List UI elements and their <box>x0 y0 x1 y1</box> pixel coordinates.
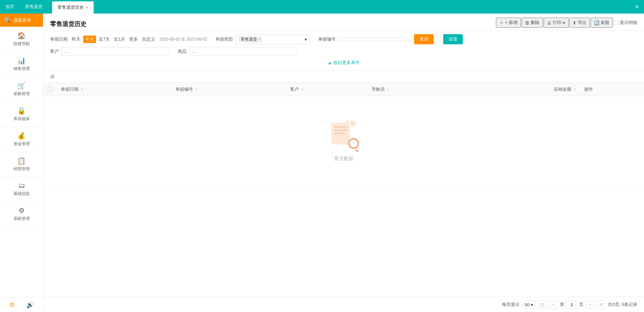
sidebar-search-label: 搜索菜单 <box>14 17 31 23</box>
doc-no-input[interactable] <box>338 38 406 41</box>
search-icon: 🔍 <box>4 17 11 23</box>
sidebar-bottom: ⚙ 🔊 <box>0 297 43 312</box>
tab-retail-return-label: 零售退货 <box>25 4 43 10</box>
page-prev-button[interactable]: ‹ <box>549 300 557 309</box>
delete-button[interactable]: 🗑 删除 <box>522 18 543 28</box>
sound-icon[interactable]: 🔊 <box>26 301 34 309</box>
date-range: 2023-06-02 至 2023-06-02 <box>159 37 207 42</box>
page-next-button[interactable]: › <box>586 300 594 309</box>
page-number-input[interactable]: 1 <box>566 301 578 309</box>
display-detail-toggle[interactable]: 显示明细 <box>614 20 637 26</box>
sort-doc-date-icon[interactable]: ⇕ <box>80 88 83 91</box>
home-icon: 🏠 <box>17 31 26 40</box>
doc-type-tag-close[interactable]: × <box>258 37 260 41</box>
sidebar-item-basic-info[interactable]: 🗂 基础信息 <box>0 177 43 202</box>
doc-line-2 <box>334 130 347 131</box>
collapse-button[interactable]: ▲ 收起更多条件 <box>50 58 637 67</box>
select-all-checkbox[interactable] <box>48 87 52 91</box>
settings-icon[interactable]: ⚙ <box>9 301 15 309</box>
tab-retail-return-history[interactable]: 零售退货历史 × <box>52 1 93 14</box>
doc-type-tag: 零售退货 × <box>239 36 262 43</box>
new-button[interactable]: ＋ + 新增 <box>496 18 521 28</box>
data-table: 单据日期 ⇕ 单据编号 ⇕ 客户 ⇕ <box>43 83 644 186</box>
refresh-label: 刷新 <box>601 20 610 26</box>
query-button[interactable]: 查询 <box>414 34 434 44</box>
print-button[interactable]: 🖨 打印 ▾ <box>544 18 569 28</box>
th-doc-no-label: 单据编号 <box>175 87 193 92</box>
sidebar-search[interactable]: 🔍 搜索菜单 <box>0 14 43 27</box>
header-right-actions: ＋ + 新增 🗑 删除 🖨 打印 ▾ ⬆ <box>496 18 637 30</box>
table-wrapper: 单据日期 ⇕ 单据编号 ⇕ 客户 ⇕ <box>43 83 644 297</box>
sidebar-item-inventory[interactable]: 🔒 库存核算 <box>0 102 43 127</box>
sidebar-item-operations-label: 经营管理 <box>14 166 30 172</box>
date-opt-1month[interactable]: 近1月 <box>113 36 126 43</box>
date-options: 昨天 今天 近7天 近1月 更多 自定义 <box>70 36 157 43</box>
page-input-label: 第 <box>560 302 564 308</box>
new-icon: ＋ <box>499 20 504 26</box>
date-opt-custom[interactable]: 自定义 <box>141 36 157 43</box>
doc-type-tag-label: 零售退货 <box>241 37 257 42</box>
sort-doc-no-icon[interactable]: ⇕ <box>195 88 198 91</box>
sidebar-nav: 🏠 快捷导航 📊 销售管理 🛒 采购管理 🔒 库存核算 💰 资金管理 📋 <box>0 27 43 297</box>
date-opt-7days[interactable]: 近7天 <box>97 36 111 43</box>
sidebar-item-purchase-mgmt[interactable]: 🛒 采购管理 <box>0 77 43 102</box>
customer-input[interactable]: ... <box>62 47 170 55</box>
empty-state: 暂无数据 <box>47 99 640 182</box>
doc-no-label: 单据编号 <box>318 36 336 42</box>
export-button[interactable]: ⬆ 导出 <box>569 18 590 28</box>
page-size-select[interactable]: 50 ▾ <box>522 301 535 309</box>
date-filter-field: 单据日期 昨天 今天 近7天 近1月 更多 自定义 2023-06-02 至 2… <box>50 36 207 43</box>
sidebar-item-sales-mgmt[interactable]: 📊 销售管理 <box>0 52 43 77</box>
sort-customer-icon[interactable]: ⇕ <box>301 88 304 91</box>
page-size-dropdown-icon: ▾ <box>531 302 533 307</box>
goods-input[interactable]: ... <box>189 47 297 55</box>
basic-info-icon: 🗂 <box>18 182 25 190</box>
sidebar-item-sys-mgmt[interactable]: ⚙ 系统管理 <box>0 202 43 227</box>
sidebar-item-quick-nav[interactable]: 🏠 快捷导航 <box>0 27 43 52</box>
refresh-button[interactable]: 🔄 刷新 <box>591 18 613 28</box>
delete-icon: 🗑 <box>525 20 529 25</box>
tab-retail-return-history-label: 零售退货历史 <box>57 4 84 10</box>
date-opt-yesterday[interactable]: 昨天 <box>70 36 82 43</box>
setting-button[interactable]: 设置 <box>443 34 463 44</box>
sort-guide-icon[interactable]: ⇕ <box>386 88 389 91</box>
table-body: 暂无数据 <box>43 96 644 186</box>
th-amount-label: 实销金额 <box>554 87 571 92</box>
export-icon: ⬆ <box>573 20 576 25</box>
page-first-button[interactable]: ⟨⟨ <box>538 300 546 309</box>
tab-retail-return-history-close[interactable]: × <box>86 5 88 9</box>
print-icon: 🖨 <box>547 20 551 25</box>
sidebar-item-inventory-label: 库存核算 <box>14 116 30 122</box>
th-doc-date-label: 单据日期 <box>61 87 78 92</box>
inventory-icon: 🔒 <box>17 107 26 115</box>
sidebar-item-finance[interactable]: 💰 资金管理 <box>0 127 43 152</box>
th-actions: 操作 <box>580 83 644 96</box>
tab-home[interactable]: 首页 <box>0 0 20 14</box>
page-total: 共0页, 0条记录 <box>608 302 637 308</box>
display-detail-checkbox[interactable] <box>614 20 618 25</box>
sidebar-item-operations[interactable]: 📋 经营管理 <box>0 152 43 177</box>
date-opt-today[interactable]: 今天 <box>83 36 96 43</box>
doc-type-select[interactable]: 零售退货 × ▾ <box>236 35 310 44</box>
sidebar-item-sales-label: 销售管理 <box>14 66 30 72</box>
goods-placeholder: ... <box>192 49 196 54</box>
tab-retail-return[interactable]: 零售退货 × <box>20 0 52 14</box>
display-detail-label: 显示明细 <box>620 20 637 26</box>
sort-amount-icon[interactable]: ⇕ <box>573 88 576 91</box>
date-opt-more[interactable]: 更多 <box>128 36 139 43</box>
table-settings-icon[interactable]: ⚙ <box>50 73 55 80</box>
th-checkbox <box>43 83 57 96</box>
filter-row-1: 单据日期 昨天 今天 近7天 近1月 更多 自定义 2023-06-02 至 2… <box>50 34 637 44</box>
page-last-button[interactable]: ⟩⟩ <box>597 300 605 309</box>
window-close-button[interactable]: × <box>629 3 644 10</box>
new-label: + 新增 <box>505 20 518 26</box>
empty-doc-shape <box>331 122 350 144</box>
th-actions-label: 操作 <box>584 87 593 92</box>
tab-retail-return-close[interactable]: × <box>45 5 47 9</box>
deco-circle-1 <box>350 120 356 126</box>
refresh-icon: 🔄 <box>594 20 599 25</box>
top-bar: 首页 零售退货 × 零售退货历史 × × <box>0 0 644 14</box>
page-header: 零售退货历史 ＋ + 新增 🗑 删除 🖨 打印 <box>43 14 644 31</box>
doc-type-label: 单据类型 <box>215 36 233 42</box>
empty-state-cell: 暂无数据 <box>43 96 644 186</box>
